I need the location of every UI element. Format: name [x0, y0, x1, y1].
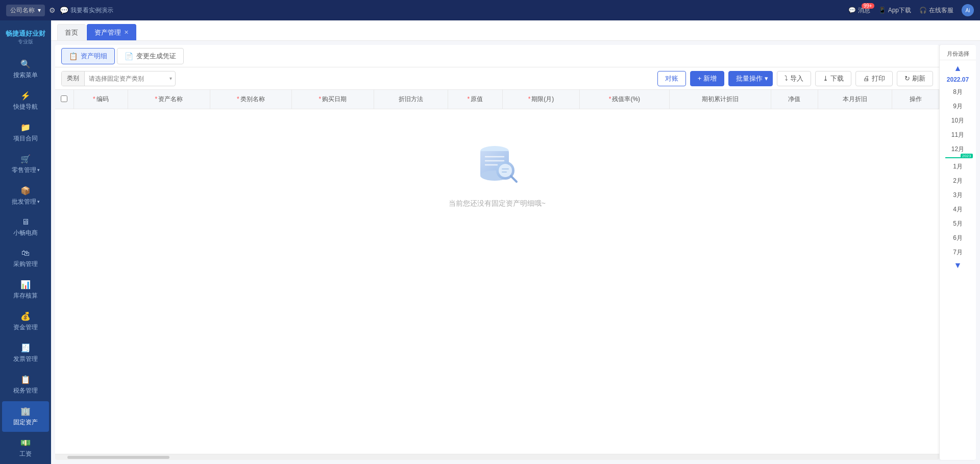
th-monthly-depreciation: 本月折旧 — [818, 90, 892, 109]
invoice-icon: 🧾 — [20, 343, 31, 353]
sidebar-label: 发票管理 — [13, 355, 38, 363]
filter-label: 类别 — [62, 71, 85, 86]
month-year-label: 2022.07 — [947, 75, 969, 85]
sidebar-item-fixed-assets[interactable]: 🏢 固定资产 — [2, 401, 49, 432]
th-purchase-date: *购买日期 — [292, 90, 374, 109]
month-nav-up[interactable]: ▲ — [952, 62, 964, 75]
change-voucher-icon: 📄 — [125, 52, 133, 60]
category-input[interactable] — [85, 71, 166, 86]
add-button[interactable]: + 新增 — [690, 71, 724, 86]
top-bar-left: 公司名称 ▾ ⚙ 💬 我要看实例演示 — [6, 5, 843, 16]
batch-dropdown-icon: ▾ — [765, 75, 768, 82]
sidebar-label: 快捷导航 — [13, 103, 38, 111]
sidebar-item-quicknav[interactable]: ⚡ 快捷导航 — [2, 86, 49, 116]
company-selector[interactable]: 公司名称 ▾ — [6, 5, 45, 16]
app-download-item[interactable]: 📱 App下载 — [878, 6, 911, 15]
settings-icon[interactable]: ⚙ — [49, 6, 56, 14]
print-icon: 🖨 — [863, 75, 870, 82]
refresh-button[interactable]: ↻ 刷新 — [897, 71, 933, 86]
month-item-11[interactable]: 11月 — [944, 128, 972, 141]
svg-point-7 — [499, 164, 512, 177]
main-panel: 📋 资产明细 📄 变更生成凭证 类别 ▾ — [55, 45, 939, 460]
month-item-10[interactable]: 10月 — [944, 114, 972, 127]
import-button[interactable]: ⤵ 导入 — [777, 71, 811, 86]
th-accumulated-depreciation: 期初累计折旧 — [669, 90, 771, 109]
retail-icon: 🛒 — [20, 154, 31, 164]
arrow-icon: ▾ — [37, 199, 40, 204]
horizontal-scrollbar[interactable] — [55, 454, 939, 460]
dropdown-icon: ▾ — [38, 7, 41, 14]
th-term: *期限(月) — [502, 90, 579, 109]
filter-dropdown-icon[interactable]: ▾ — [166, 76, 175, 81]
sidebar-label: 库存核算 — [13, 291, 38, 300]
month-item-3[interactable]: 3月 — [944, 188, 972, 202]
sidebar-label: 小畅电商 — [13, 229, 38, 237]
wholesale-icon: 📦 — [20, 186, 31, 196]
th-code: *编码 — [74, 90, 128, 109]
th-name: *资产名称 — [128, 90, 210, 109]
message-badge: 99+ — [862, 3, 874, 9]
sidebar-item-inventory[interactable]: 📊 库存核算 — [2, 275, 49, 305]
month-panel-header: 月份选择 — [940, 48, 976, 60]
sub-tab-asset-detail[interactable]: 📋 资产明细 — [61, 48, 115, 64]
table-header-row: *编码 *资产名称 *类别名称 *购买日期 折旧方法 *原值 *期限(月) *残… — [55, 90, 939, 109]
sidebar-label-with-arrow: 批发管理 ▾ — [12, 198, 40, 206]
sidebar-item-tax[interactable]: 📋 税务管理 — [2, 370, 49, 400]
online-service-item[interactable]: 🎧 在线客服 — [919, 6, 953, 15]
sidebar-item-invoice[interactable]: 🧾 发票管理 — [2, 338, 49, 369]
demo-link[interactable]: 💬 我要看实例演示 — [60, 6, 113, 15]
sidebar-item-retail[interactable]: 🛒 零售管理 ▾ — [2, 149, 49, 180]
tab-home[interactable]: 首页 — [57, 24, 86, 40]
sidebar-logo: 畅捷通好业财 专业版 — [0, 25, 51, 54]
company-name: 公司名称 — [10, 6, 35, 15]
asset-table: *编码 *资产名称 *类别名称 *购买日期 折旧方法 *原值 *期限(月) *残… — [55, 90, 939, 239]
search-icon: 🔍 — [20, 59, 31, 69]
message-item[interactable]: 💬 消息 99+ — [848, 6, 870, 15]
tab-bar: 首页 资产管理 ✕ — [51, 20, 980, 41]
sidebar-item-ecommerce[interactable]: 🖥 小畅电商 — [2, 212, 49, 242]
avatar[interactable]: Ai — [962, 4, 974, 16]
month-item-5[interactable]: 5月 — [944, 217, 972, 230]
tab-asset-management[interactable]: 资产管理 ✕ — [87, 24, 136, 40]
month-item-7[interactable]: 7月 — [944, 246, 972, 259]
svg-line-8 — [511, 176, 517, 182]
match-button[interactable]: 对账 — [657, 71, 686, 86]
sidebar-item-finance[interactable]: 💰 资金管理 — [2, 306, 49, 337]
th-original-value: *原值 — [448, 90, 503, 109]
category-filter[interactable]: 类别 ▾ — [61, 71, 176, 86]
logo-sub: 专业版 — [4, 38, 47, 45]
sidebar-label: 搜索菜单 — [13, 71, 38, 80]
select-all-checkbox[interactable] — [61, 95, 67, 102]
asset-detail-icon: 📋 — [69, 52, 78, 60]
scroll-thumb[interactable] — [67, 456, 169, 459]
month-item-2[interactable]: 2月 — [944, 174, 972, 187]
month-item-4[interactable]: 4月 — [944, 203, 972, 216]
month-item-9[interactable]: 9月 — [944, 100, 972, 113]
sidebar-item-salary[interactable]: 💵 工资 — [2, 433, 49, 463]
print-button[interactable]: 🖨 打印 — [855, 71, 893, 86]
batch-button[interactable]: 批量操作 ▾ — [728, 71, 773, 86]
sidebar-item-wholesale[interactable]: 📦 批发管理 ▾ — [2, 181, 49, 211]
sidebar: 畅捷通好业财 专业版 🔍 搜索菜单 ⚡ 快捷导航 📁 项目合同 🛒 零售管理 ▾… — [0, 20, 51, 464]
sub-tab-change-voucher[interactable]: 📄 变更生成凭证 — [117, 48, 184, 64]
import-icon: ⤵ — [785, 75, 788, 82]
month-nav-down[interactable]: ▼ — [952, 259, 964, 272]
month-item-8[interactable]: 8月 — [944, 85, 972, 99]
checkbox-col-header[interactable] — [55, 90, 74, 109]
th-category: *类别名称 — [210, 90, 291, 109]
sidebar-item-purchase[interactable]: 🛍 采购管理 — [2, 243, 49, 274]
message-icon: 💬 — [848, 7, 856, 14]
sidebar-item-project[interactable]: 📁 项目合同 — [2, 117, 49, 148]
download-icon: ⤓ — [823, 75, 828, 82]
empty-state: 当前您还没有固定资产明细哦~ — [55, 109, 939, 239]
month-item-1[interactable]: 1月 — [944, 160, 972, 173]
download-button[interactable]: ⤓ 下载 — [815, 71, 851, 86]
tab-close-icon[interactable]: ✕ — [124, 29, 129, 36]
month-item-6[interactable]: 6月 — [944, 231, 972, 245]
page-content: 📋 资产明细 📄 变更生成凭证 类别 ▾ — [51, 41, 980, 464]
content-area: 首页 资产管理 ✕ 📋 资产明细 📄 变更生成凭证 — [51, 20, 980, 464]
tax-icon: 📋 — [20, 375, 31, 384]
empty-text: 当前您还没有固定资产明细哦~ — [449, 199, 546, 208]
toolbar-right: 对账 + 新增 批量操作 ▾ ⤵ 导入 ⤓ 下载 — [657, 71, 933, 86]
sidebar-item-search[interactable]: 🔍 搜索菜单 — [2, 54, 49, 85]
